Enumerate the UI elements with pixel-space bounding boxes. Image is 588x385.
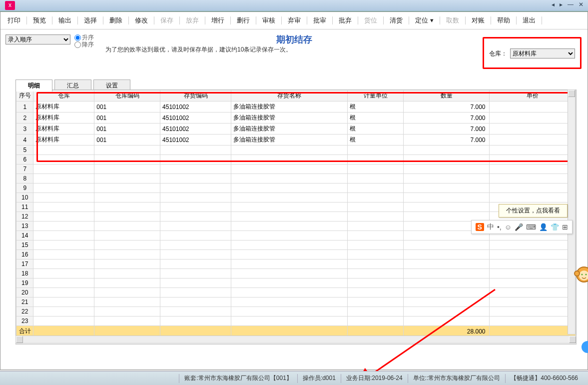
toolbar-修改[interactable]: 修改 xyxy=(131,14,152,27)
ime-user-icon: 👤 xyxy=(539,223,548,231)
hint-text: 为了您的效率达到最优，请及时保存单据，建议约10条记录保存一次。 xyxy=(105,46,292,54)
vertical-scrollbar[interactable] xyxy=(568,90,576,334)
toolbar-取数: 取数 xyxy=(442,14,463,27)
ime-emoji-icon: ☺ xyxy=(505,223,512,231)
col-仓库: 仓库 xyxy=(33,90,94,102)
col-仓库编码: 仓库编码 xyxy=(94,90,160,102)
toolbar-货位: 货位 xyxy=(360,14,381,27)
warehouse-select[interactable]: 原材料库 xyxy=(510,48,575,58)
toolbar-审核[interactable]: 审核 xyxy=(258,14,279,27)
sort-radios: 升序 降序 xyxy=(74,34,94,48)
table-row-empty[interactable]: 21 xyxy=(16,298,576,307)
toolbar-保存: 保存 xyxy=(156,14,177,27)
toolbar-批弃[interactable]: 批弃 xyxy=(335,14,356,27)
table-row-empty[interactable]: 10 xyxy=(16,193,576,202)
status-bar: 账套:常州市东海橡胶厂有限公司【001】 操作员:d001 业务日期:2019-… xyxy=(0,371,588,385)
window-titlebar: x ◂ ▸ — ✕ xyxy=(0,0,588,12)
toolbar-删除[interactable]: 删除 xyxy=(105,14,126,27)
ime-toolbar[interactable]: S 中 •, ☺ 🎤 ⌨ 👤 👕 ⊞ xyxy=(471,220,573,234)
sort-asc-label: 升序 xyxy=(82,34,94,41)
side-help-icon[interactable] xyxy=(582,341,588,353)
table-row-empty[interactable]: 19 xyxy=(16,278,576,288)
close-icon[interactable]: ✕ xyxy=(577,1,585,8)
col-数量: 数量 xyxy=(404,90,490,102)
table-row[interactable]: 3原材料库00145101002多油箱连接胶管根7.000 xyxy=(16,124,576,134)
toolbar-弃审[interactable]: 弃审 xyxy=(284,14,305,27)
table-row-empty[interactable]: 6 xyxy=(16,155,576,164)
nav-fwd-icon[interactable]: ▸ xyxy=(558,1,564,8)
toolbar-删行[interactable]: 删行 xyxy=(233,14,254,27)
table-row-empty[interactable]: 8 xyxy=(16,174,576,184)
page-title: 期初结存 xyxy=(276,34,312,46)
sort-desc-radio[interactable] xyxy=(74,42,81,48)
warehouse-label: 仓库： xyxy=(489,50,507,58)
col-序号: 序号 xyxy=(16,90,33,102)
status-account: 账套:常州市东海橡胶厂有限公司【001】 xyxy=(179,374,297,383)
table-row-empty[interactable]: 20 xyxy=(16,288,576,298)
table-row-empty[interactable]: 15 xyxy=(16,240,576,250)
toolbar: 打印预览输出选择删除修改保存放弃增行删行审核弃审批审批弃货位清货定位 ▾取数对账… xyxy=(0,12,588,30)
col-存货编码: 存货编码 xyxy=(160,90,231,102)
ime-keyboard-icon: ⌨ xyxy=(526,223,536,231)
data-table-wrap: 序号仓库仓库编码存货编码存货名称计量单位数量单价 1原材料库0014510100… xyxy=(15,90,577,344)
table-row-empty[interactable]: 11 xyxy=(16,202,576,212)
status-company: 单位::常州市东海橡胶厂有限公司 xyxy=(408,374,506,383)
toolbar-批审[interactable]: 批审 xyxy=(309,14,330,27)
svg-point-2 xyxy=(582,274,583,276)
table-row-empty[interactable]: 18 xyxy=(16,269,576,278)
col-存货名称: 存货名称 xyxy=(231,90,348,102)
order-select[interactable]: 录入顺序 xyxy=(5,34,70,44)
horizontal-scrollbar[interactable] xyxy=(15,336,577,344)
col-计量单位: 计量单位 xyxy=(348,90,404,102)
svg-point-3 xyxy=(586,274,587,276)
table-row-empty[interactable]: 23 xyxy=(16,316,576,326)
ime-punct-icon: •, xyxy=(497,223,502,231)
ime-lang: 中 xyxy=(487,222,494,232)
ime-skin-icon: 👕 xyxy=(551,223,559,231)
toolbar-帮助[interactable]: 帮助 xyxy=(493,14,514,27)
data-table: 序号仓库仓库编码存货编码存货名称计量单位数量单价 1原材料库0014510100… xyxy=(16,90,576,337)
table-row-empty[interactable]: 22 xyxy=(16,307,576,316)
toolbar-打印[interactable]: 打印 xyxy=(3,14,24,27)
status-operator: 操作员:d001 xyxy=(297,374,341,383)
minimize-icon[interactable]: — xyxy=(566,1,575,8)
main-panel: 打印预览输出选择删除修改保存放弃增行删行审核弃审批审批弃货位清货定位 ▾取数对账… xyxy=(0,12,588,370)
sort-asc-radio[interactable] xyxy=(74,34,81,41)
toolbar-定位 ▾[interactable]: 定位 ▾ xyxy=(411,14,438,27)
toolbar-选择[interactable]: 选择 xyxy=(80,14,101,27)
toolbar-输出[interactable]: 输出 xyxy=(54,14,75,27)
table-row-empty[interactable]: 17 xyxy=(16,260,576,269)
warehouse-selector: 仓库： 原材料库 xyxy=(483,37,582,69)
toolbar-清货[interactable]: 清货 xyxy=(386,14,407,27)
ime-mic-icon: 🎤 xyxy=(515,223,523,231)
table-row-empty[interactable]: 5 xyxy=(16,146,576,155)
col-单价: 单价 xyxy=(490,90,576,102)
tab-detail[interactable]: 明细 xyxy=(15,80,52,92)
ime-logo: S xyxy=(476,223,484,231)
toolbar-预览[interactable]: 预览 xyxy=(29,14,50,27)
assistant-monkey-icon[interactable] xyxy=(570,264,588,290)
status-bizdate: 业务日期:2019-06-24 xyxy=(341,374,408,383)
sort-desc-label: 降序 xyxy=(82,41,94,48)
svg-point-4 xyxy=(575,271,580,276)
table-row[interactable]: 4原材料库00145101002多油箱连接胶管根7.000 xyxy=(16,134,576,146)
toolbar-退出[interactable]: 退出 xyxy=(519,14,540,27)
table-row-empty[interactable]: 7 xyxy=(16,164,576,174)
toolbar-对账[interactable]: 对账 xyxy=(468,14,489,27)
nav-back-icon[interactable]: ◂ xyxy=(550,1,556,8)
table-row-empty[interactable]: 9 xyxy=(16,184,576,193)
ime-grid-icon: ⊞ xyxy=(562,223,568,231)
toolbar-放弃: 放弃 xyxy=(182,14,203,27)
personalize-tip[interactable]: 个性设置，点我看看 xyxy=(499,204,568,218)
close-button[interactable]: x xyxy=(5,1,15,10)
status-phone: 【畅捷通】400-6600-566 xyxy=(505,374,583,383)
table-row[interactable]: 1原材料库00145101002多油箱连接胶管根7.000 xyxy=(16,102,576,112)
toolbar-增行[interactable]: 增行 xyxy=(207,14,228,27)
table-row-empty[interactable]: 16 xyxy=(16,250,576,260)
table-row[interactable]: 2原材料库00145101002多油箱连接胶管根7.000 xyxy=(16,112,576,124)
